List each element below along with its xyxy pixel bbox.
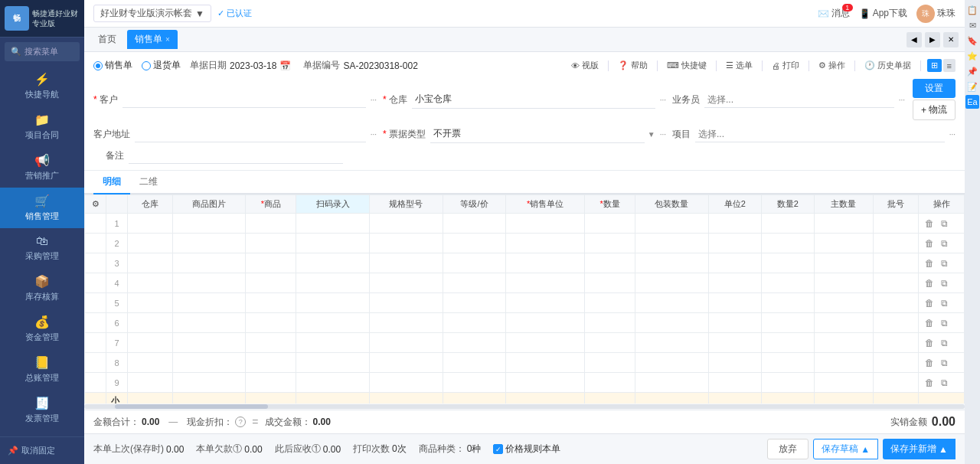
toolbar-help[interactable]: ❓ 帮助	[615, 58, 651, 73]
row-grade-cell[interactable]	[443, 373, 505, 393]
table-scrollbar[interactable]	[84, 404, 965, 410]
row-batch-cell[interactable]	[874, 253, 919, 273]
calendar-icon[interactable]: 📅	[279, 60, 291, 71]
radio-return-order[interactable]: 退货单	[142, 59, 181, 72]
save-new-button[interactable]: 保存并新增 ▲	[883, 439, 956, 459]
row-unit2-cell[interactable]	[708, 214, 761, 234]
row-img-cell[interactable]	[172, 234, 246, 253]
sidebar-item-marketing[interactable]: 📢 营销推广	[0, 147, 84, 188]
sidebar-item-accounting[interactable]: 📒 总账管理	[0, 349, 84, 390]
sidebar-item-sales[interactable]: 🛒 销售管理	[0, 188, 84, 228]
row-delete-icon[interactable]: 🗑	[923, 217, 936, 230]
row-packqty-cell[interactable]	[635, 313, 709, 333]
row-batch-cell[interactable]	[874, 214, 919, 234]
row-packqty-cell[interactable]	[635, 253, 709, 273]
project-expand-icon[interactable]: ···	[949, 130, 956, 139]
row-warehouse-cell[interactable]	[128, 333, 173, 353]
row-img-cell[interactable]	[172, 273, 246, 293]
toolbar-operate[interactable]: ⚙ 操作	[815, 58, 848, 73]
row-packqty-cell[interactable]	[635, 293, 709, 313]
th-warehouse[interactable]: 仓库	[128, 195, 173, 214]
row-grade-cell[interactable]	[443, 293, 505, 313]
row-batch-cell[interactable]	[874, 353, 919, 373]
tab-home[interactable]: 首页	[90, 30, 124, 49]
row-copy-icon[interactable]: ⧉	[938, 357, 950, 369]
row-product-cell[interactable]	[246, 214, 296, 234]
message-button[interactable]: ✉️ 消息 1	[818, 7, 850, 20]
row-warehouse-cell[interactable]	[128, 234, 173, 253]
row-img-cell[interactable]	[172, 293, 246, 313]
row-product-cell[interactable]	[246, 293, 296, 313]
warehouse-expand-icon[interactable]: ···	[660, 96, 666, 104]
row-qty-cell[interactable]	[585, 313, 635, 333]
scrollbar-thumb[interactable]	[115, 404, 268, 409]
right-panel-icon-6[interactable]: 📝	[965, 80, 979, 93]
row-unit2-cell[interactable]	[708, 253, 761, 273]
toolbar-print[interactable]: 🖨 打印	[769, 58, 802, 73]
right-panel-icon-1[interactable]: 📋	[965, 3, 979, 17]
row-qty2-cell[interactable]	[761, 333, 814, 353]
row-product-cell[interactable]	[246, 253, 296, 273]
row-unit-cell[interactable]	[506, 333, 585, 353]
row-packqty-cell[interactable]	[635, 353, 709, 373]
row-copy-icon[interactable]: ⧉	[938, 377, 950, 389]
sidebar-pinned[interactable]: 📌 取消固定	[5, 442, 80, 459]
row-qty2-cell[interactable]	[761, 313, 814, 333]
th-qty[interactable]: *数量	[585, 195, 635, 214]
row-qty-cell[interactable]	[585, 333, 635, 353]
sidebar-item-inventory[interactable]: 📦 库存核算	[0, 268, 84, 309]
sidebar-item-quicknav[interactable]: ⚡ 快捷导航	[0, 66, 84, 106]
customer-input[interactable]	[122, 92, 366, 108]
th-unit2[interactable]: 单位2	[708, 195, 761, 214]
row-delete-icon[interactable]: 🗑	[923, 237, 936, 250]
row-batch-cell[interactable]	[874, 293, 919, 313]
project-input[interactable]	[695, 126, 945, 142]
row-unit2-cell[interactable]	[708, 234, 761, 253]
row-batch-cell[interactable]	[874, 234, 919, 253]
row-scan-cell[interactable]	[296, 293, 370, 313]
row-mainqty-cell[interactable]	[814, 373, 873, 393]
user-profile-button[interactable]: 珠 珠珠	[916, 5, 956, 23]
th-product[interactable]: *商品	[246, 195, 296, 214]
row-warehouse-cell[interactable]	[128, 353, 173, 373]
row-qty2-cell[interactable]	[761, 253, 814, 273]
radio-sales-order[interactable]: 销售单	[93, 59, 132, 72]
row-unit2-cell[interactable]	[708, 373, 761, 393]
row-qty2-cell[interactable]	[761, 273, 814, 293]
tab-prev-button[interactable]: ◀	[906, 32, 922, 47]
row-spec-cell[interactable]	[370, 353, 443, 373]
tab-close-icon[interactable]: ×	[165, 35, 170, 44]
row-copy-icon[interactable]: ⧉	[938, 237, 950, 250]
row-packqty-cell[interactable]	[635, 214, 709, 234]
row-batch-cell[interactable]	[874, 273, 919, 293]
row-mainqty-cell[interactable]	[814, 253, 873, 273]
row-spec-cell[interactable]	[370, 333, 443, 353]
row-unit-cell[interactable]	[506, 214, 585, 234]
right-panel-icon-7[interactable]: Ea	[965, 95, 979, 109]
row-qty-cell[interactable]	[585, 353, 635, 373]
row-scan-cell[interactable]	[296, 273, 370, 293]
row-unit2-cell[interactable]	[708, 353, 761, 373]
row-grade-cell[interactable]	[443, 234, 505, 253]
th-qty2[interactable]: 数量2	[761, 195, 814, 214]
row-qty-cell[interactable]	[585, 253, 635, 273]
salesperson-input[interactable]	[704, 92, 894, 108]
row-unit-cell[interactable]	[506, 293, 585, 313]
row-warehouse-cell[interactable]	[128, 293, 173, 313]
th-pack-qty[interactable]: 包装数量	[635, 195, 709, 214]
row-scan-cell[interactable]	[296, 353, 370, 373]
salesperson-expand-icon[interactable]: ···	[899, 96, 905, 104]
row-unit-cell[interactable]	[506, 273, 585, 293]
company-selector[interactable]: 好业财专业版演示帐套 ▼	[93, 5, 211, 22]
row-spec-cell[interactable]	[370, 234, 443, 253]
row-qty-cell[interactable]	[585, 373, 635, 393]
row-copy-icon[interactable]: ⧉	[938, 297, 950, 309]
row-qty2-cell[interactable]	[761, 214, 814, 234]
row-product-cell[interactable]	[246, 333, 296, 353]
discount-info-icon[interactable]: ?	[235, 417, 246, 427]
row-delete-icon[interactable]: 🗑	[923, 317, 936, 329]
row-spec-cell[interactable]	[370, 373, 443, 393]
row-qty2-cell[interactable]	[761, 353, 814, 373]
th-settings[interactable]: ⚙	[85, 195, 106, 214]
row-copy-icon[interactable]: ⧉	[938, 317, 950, 329]
